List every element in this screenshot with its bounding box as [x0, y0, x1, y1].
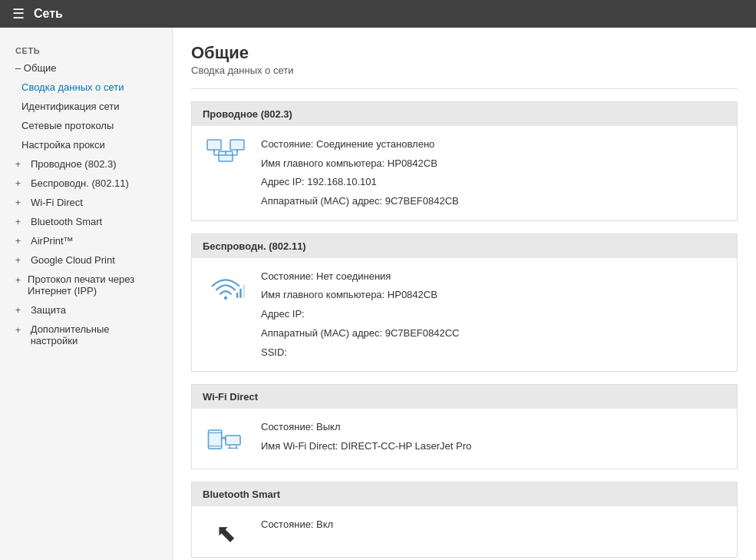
section-bluetooth-body: ⬉ Состояние: Вкл	[192, 506, 737, 557]
wireless-ip: Адрес IP:	[261, 305, 726, 324]
section-wired-details: Состояние: Соединение установлено Имя гл…	[261, 135, 726, 211]
sidebar-item-security[interactable]: + Защита	[0, 300, 172, 320]
wired-hostname: Имя главного компьютера: HP0842CB	[261, 154, 726, 174]
section-wifidirect-header: Wi-Fi Direct	[192, 385, 737, 409]
wifidirect-status: Состояние: Выкл	[261, 418, 726, 437]
wired-network-icon	[203, 135, 249, 172]
menu-icon[interactable]: ☰	[12, 5, 25, 22]
sidebar-item-proxy-settings[interactable]: Настройка прокси	[0, 135, 172, 154]
section-bluetooth: Bluetooth Smart ⬉ Состояние: Вкл	[191, 482, 738, 558]
section-wifidirect-details: Состояние: Выкл Имя Wi-Fi Direct: DIRECT…	[261, 418, 726, 456]
svg-rect-13	[243, 284, 246, 297]
page-subtitle: Сводка данных о сети	[191, 65, 738, 76]
svg-rect-1	[230, 140, 244, 150]
svg-rect-11	[236, 293, 239, 298]
bluetooth-symbol: ⬉	[216, 519, 236, 548]
section-wired: Проводное (802.3)	[191, 101, 738, 221]
wired-ip: Адрес IP: 192.168.10.101	[261, 173, 726, 192]
wifidirect-name: Имя Wi-Fi Direct: DIRECT-CC-HP LaserJet …	[261, 437, 726, 456]
sidebar-item-wired[interactable]: + Проводное (802.3)	[0, 154, 172, 174]
wireless-hostname: Имя главного компьютера: HP0842CB	[261, 286, 726, 305]
sidebar-item-wired-label: Проводное (802.3)	[31, 158, 117, 170]
sidebar-item-advanced-label: Дополнительные настройки	[31, 323, 157, 346]
sidebar-item-network-id[interactable]: Идентификация сети	[0, 97, 172, 116]
sidebar-item-airprint[interactable]: + AirPrint™	[0, 231, 172, 250]
sidebar-item-wireless[interactable]: + Беспроводн. (802.11)	[0, 174, 172, 193]
section-wired-body: Состояние: Соединение установлено Имя гл…	[192, 126, 737, 220]
sidebar-item-wifidirect-label: Wi-Fi Direct	[31, 197, 83, 208]
svg-rect-17	[226, 436, 240, 445]
sidebar-item-wireless-label: Беспроводн. (802.11)	[31, 177, 129, 189]
wireless-status: Состояние: Нет соединения	[261, 267, 726, 287]
section-wireless-body: Состояние: Нет соединения Имя главного к…	[192, 258, 737, 371]
main-layout: СЕТЬ – Общие Сводка данных о сети Иденти…	[0, 28, 756, 560]
expand-bluetooth-icon: +	[15, 217, 26, 227]
sidebar-item-ipp-label: Протокол печати через Интернет (IPP)	[28, 273, 157, 297]
sidebar-item-security-label: Защита	[31, 304, 66, 316]
wireless-mac: Аппаратный (MAC) адрес: 9C7BEF0842CC	[261, 324, 726, 343]
section-wired-header: Проводное (802.3)	[192, 102, 737, 126]
expand-wireless-icon: +	[15, 178, 26, 189]
sidebar-item-bluetooth-label: Bluetooth Smart	[31, 216, 102, 227]
expand-wired-icon: +	[15, 159, 26, 170]
sidebar-item-advanced[interactable]: + Дополнительные настройки	[0, 320, 172, 350]
sidebar-item-gcp-label: Google Cloud Print	[31, 254, 115, 266]
sidebar-item-wifi-direct[interactable]: + Wi-Fi Direct	[0, 193, 172, 212]
expand-wifidirect-icon: +	[15, 197, 26, 208]
wired-mac: Аппаратный (MAC) адрес: 9C7BEF0842CB	[261, 192, 726, 211]
sidebar-item-network-protocols-label: Сетевые протоколы	[21, 120, 114, 131]
sidebar-item-general-label: – Общие	[15, 62, 57, 74]
sidebar-item-ipp[interactable]: + Протокол печати через Интернет (IPP)	[0, 270, 172, 300]
wifidirect-icon	[203, 418, 249, 459]
section-wireless-header: Беспроводн. (802.11)	[192, 234, 737, 258]
header-divider	[191, 88, 738, 89]
bluetooth-status: Состояние: Вкл	[261, 515, 726, 535]
expand-airprint-icon: +	[15, 236, 26, 247]
expand-advanced-icon: +	[15, 325, 26, 336]
wireless-ssid: SSID:	[261, 343, 726, 363]
bluetooth-icon: ⬉	[203, 515, 249, 548]
sidebar-item-proxy-label: Настройка прокси	[21, 139, 105, 151]
main-content: Общие Сводка данных о сети Проводное (80…	[173, 28, 756, 560]
sidebar-item-network-summary-label: Сводка данных о сети	[21, 81, 124, 93]
sidebar-item-airprint-label: AirPrint™	[31, 235, 74, 247]
svg-point-10	[224, 296, 227, 299]
wired-status: Состояние: Соединение установлено	[261, 135, 726, 154]
section-wireless-details: Состояние: Нет соединения Имя главного к…	[261, 267, 726, 362]
expand-gcp-icon: +	[15, 255, 26, 266]
sidebar-item-bluetooth[interactable]: + Bluetooth Smart	[0, 212, 172, 231]
section-wifidirect-body: Состояние: Выкл Имя Wi-Fi Direct: DIRECT…	[192, 409, 737, 469]
svg-rect-0	[207, 140, 221, 150]
sidebar-item-network-id-label: Идентификация сети	[21, 101, 120, 112]
section-wifidirect: Wi-Fi Direct	[191, 384, 738, 469]
sidebar: СЕТЬ – Общие Сводка данных о сети Иденти…	[0, 28, 173, 560]
expand-security-icon: +	[15, 305, 26, 316]
page-title: Общие	[191, 43, 738, 63]
svg-rect-12	[239, 288, 242, 297]
header-title: Сеть	[34, 7, 63, 21]
expand-ipp-icon: +	[15, 275, 23, 286]
section-bluetooth-header: Bluetooth Smart	[192, 482, 737, 506]
sidebar-item-general[interactable]: – Общие	[0, 58, 172, 78]
sidebar-item-network-protocols[interactable]: Сетевые протоколы	[0, 116, 172, 135]
section-wireless: Беспроводн. (802.11)	[191, 234, 738, 372]
sidebar-item-network-summary[interactable]: Сводка данных о сети	[0, 78, 172, 97]
wireless-icon	[203, 267, 249, 304]
section-bluetooth-details: Состояние: Вкл	[261, 515, 726, 535]
app-header: ☰ Сеть	[0, 0, 756, 28]
sidebar-item-google-cloud-print[interactable]: + Google Cloud Print	[0, 250, 172, 270]
sidebar-section-title: СЕТЬ	[0, 40, 172, 58]
